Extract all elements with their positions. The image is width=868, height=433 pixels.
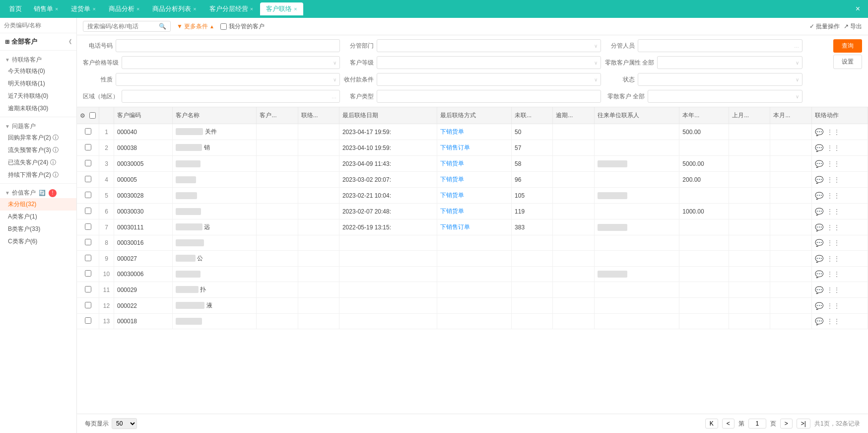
nav-tab-sales[interactable]: 销售单 × [28, 2, 64, 15]
last-contact-link[interactable]: 下销货单 [440, 192, 464, 199]
contact-action-icon[interactable]: 💬 [815, 239, 823, 247]
contact-action-icon[interactable]: 💬 [815, 223, 823, 231]
filter-input-payment[interactable]: ∨ [377, 73, 601, 86]
last-page-button[interactable]: >| [797, 419, 810, 429]
nav-tab-customer-contact[interactable]: 客户联络 × [260, 2, 303, 15]
next-page-button[interactable]: > [780, 419, 793, 429]
filter-input-phone[interactable] [116, 39, 340, 52]
row-checkbox[interactable] [85, 255, 91, 261]
close-window-button[interactable]: × [852, 4, 864, 13]
row-checkbox[interactable] [85, 192, 91, 198]
contact-action-icon[interactable]: 💬 [815, 317, 823, 325]
sidebar-group-problem[interactable]: ▼ 问题客户 [0, 119, 76, 132]
sidebar-item-b-class[interactable]: B类客户(33) [0, 223, 76, 235]
last-contact-link[interactable]: 下销货单 [440, 128, 464, 135]
filter-input-person[interactable]: … [638, 39, 802, 52]
filter-more-conditions[interactable]: ▼ 更多条件 ▲ [177, 22, 214, 31]
filter-input-retail-attr[interactable]: ∨ [657, 56, 802, 69]
col-overdue[interactable]: 逾期... [553, 107, 594, 124]
sidebar-group-pending[interactable]: ▼ 待联络客户 [0, 53, 76, 65]
contact-action-icon[interactable]: 💬 [815, 160, 823, 168]
prev-page-button[interactable]: < [722, 419, 734, 429]
contact-action-icon[interactable]: 💬 [815, 144, 823, 152]
reset-button[interactable]: 设置 [833, 55, 862, 69]
contact-action-icon[interactable]: 💬 [815, 286, 823, 294]
more-action-icon[interactable]: ⋮⋮ [826, 160, 840, 168]
close-customer-contact-tab[interactable]: × [294, 6, 297, 12]
last-contact-link[interactable]: 下销货单 [440, 176, 464, 183]
more-action-icon[interactable]: ⋮⋮ [826, 302, 840, 310]
last-contact-link[interactable]: 下销售订单 [440, 144, 470, 151]
sidebar-item-tomorrow[interactable]: 明天待联络(1) [0, 77, 76, 90]
export-button[interactable]: ↗ 导出 [844, 22, 862, 31]
page-size-select[interactable]: 50 100 200 [112, 418, 137, 429]
more-action-icon[interactable]: ⋮⋮ [826, 286, 840, 294]
contact-action-icon[interactable]: 💬 [815, 128, 823, 136]
contact-action-icon[interactable]: 💬 [815, 302, 823, 310]
contact-action-icon[interactable]: 💬 [815, 192, 823, 200]
filter-input-dept[interactable]: ∨ [377, 39, 601, 52]
sidebar-all-customers[interactable]: ⊞ 全部客户 《 [0, 33, 76, 48]
col-name[interactable]: 客户名称 [172, 107, 257, 124]
col-code[interactable]: 客户编码 [114, 107, 173, 124]
sidebar-item-a-class[interactable]: A类客户(1) [0, 211, 76, 223]
nav-tab-purchase[interactable]: 进货单 × [65, 2, 101, 15]
nav-home[interactable]: 首页 [4, 2, 27, 15]
last-contact-link[interactable]: 下销货单 [440, 208, 464, 215]
contact-action-icon[interactable]: 💬 [815, 176, 823, 184]
row-checkbox[interactable] [85, 144, 91, 150]
page-number-input[interactable] [748, 419, 766, 429]
sidebar-item-today[interactable]: 今天待联络(0) [0, 65, 76, 77]
sidebar-item-abnormal[interactable]: 回购异常客户(2) ⓘ [0, 132, 76, 144]
sidebar-search-input[interactable] [4, 22, 77, 29]
sidebar-item-overdue[interactable]: 逾期未联络(30) [0, 102, 76, 115]
my-customers-filter[interactable]: 我分管的客户 [220, 22, 265, 31]
row-checkbox[interactable] [85, 176, 91, 182]
more-action-icon[interactable]: ⋮⋮ [826, 128, 840, 136]
col-this-month[interactable]: 本月... [770, 107, 811, 124]
filter-input-retail-cust[interactable]: ∨ [648, 90, 802, 103]
contact-action-icon[interactable]: 💬 [815, 208, 823, 216]
batch-operation-button[interactable]: ✓ 批量操作 [809, 22, 840, 31]
more-action-icon[interactable]: ⋮⋮ [826, 176, 840, 184]
more-action-icon[interactable]: ⋮⋮ [826, 208, 840, 216]
select-all-checkbox[interactable] [89, 112, 96, 119]
first-page-button[interactable]: K [705, 419, 718, 429]
filter-search-input[interactable] [87, 23, 157, 30]
sidebar-group-value[interactable]: ▼ 价值客户 🔄 ! [0, 186, 76, 198]
nav-tab-analysis-list[interactable]: 商品分析列表 × [146, 2, 202, 15]
nav-tab-analysis[interactable]: 商品分析 × [103, 2, 145, 15]
filter-search-icon[interactable]: 🔍 [159, 23, 166, 30]
close-purchase-tab[interactable]: × [92, 6, 95, 12]
row-checkbox[interactable] [85, 270, 91, 277]
col-type[interactable]: 客户... [257, 107, 298, 124]
more-action-icon[interactable]: ⋮⋮ [826, 192, 840, 200]
more-action-icon[interactable]: ⋮⋮ [826, 239, 840, 247]
filter-input-price-level[interactable]: ∨ [122, 56, 340, 69]
col-no-contact[interactable]: 未联... [512, 107, 553, 124]
sidebar-item-lost[interactable]: 已流失客户(24) ⓘ [0, 156, 76, 169]
row-checkbox[interactable] [85, 128, 91, 135]
close-sales-tab[interactable]: × [55, 6, 58, 12]
row-checkbox[interactable] [85, 239, 91, 245]
value-refresh-icon[interactable]: 🔄 [39, 190, 46, 196]
col-last-contact-method[interactable]: 最后联络方式 [437, 107, 511, 124]
row-checkbox[interactable] [85, 302, 91, 308]
row-checkbox[interactable] [85, 208, 91, 214]
col-this-year[interactable]: 本年... [679, 107, 729, 124]
contact-action-icon[interactable]: 💬 [815, 270, 823, 278]
my-customers-checkbox[interactable] [220, 23, 227, 30]
sidebar-item-c-class[interactable]: C类客户(6) [0, 235, 76, 248]
more-action-icon[interactable]: ⋮⋮ [826, 270, 840, 278]
sidebar-item-week[interactable]: 近7天待联络(0) [0, 90, 76, 102]
filter-input-status[interactable]: ∨ [638, 73, 802, 86]
settings-icon[interactable]: ⚙ [80, 112, 85, 119]
more-action-icon[interactable]: ⋮⋮ [826, 317, 840, 325]
nav-tab-customer-segment[interactable]: 客户分层经营 × [203, 2, 259, 15]
col-unit-contact[interactable]: 往来单位联系人 [594, 107, 679, 124]
more-action-icon[interactable]: ⋮⋮ [826, 223, 840, 231]
row-checkbox[interactable] [85, 317, 91, 324]
filter-input-cust-level[interactable]: ∨ [377, 56, 601, 69]
more-action-icon[interactable]: ⋮⋮ [826, 255, 840, 263]
last-contact-link[interactable]: 下销售订单 [440, 223, 470, 230]
